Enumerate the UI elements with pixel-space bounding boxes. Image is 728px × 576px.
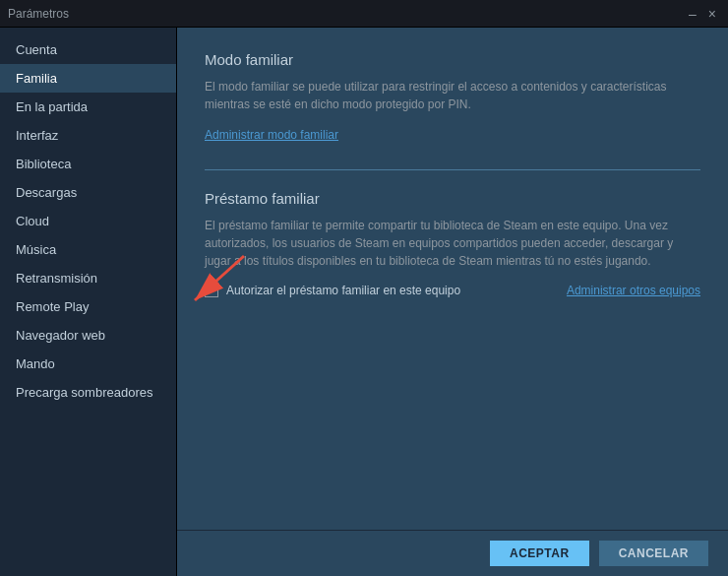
sidebar: Cuenta Familia En la partida Interfaz Bi… bbox=[0, 28, 177, 576]
sidebar-item-familia[interactable]: Familia bbox=[0, 64, 176, 93]
bottom-bar: ACEPTAR CANCELAR bbox=[177, 530, 728, 576]
section1-title: Modo familiar bbox=[205, 51, 700, 68]
title-bar: Parámetros – × bbox=[0, 0, 728, 28]
sidebar-item-mando[interactable]: Mando bbox=[0, 350, 176, 378]
sidebar-item-interfaz[interactable]: Interfaz bbox=[0, 121, 176, 150]
sidebar-item-musica[interactable]: Música bbox=[0, 235, 176, 264]
sidebar-item-en-la-partida[interactable]: En la partida bbox=[0, 93, 176, 121]
sidebar-item-retransmision[interactable]: Retransmisión bbox=[0, 264, 176, 292]
section2-title: Préstamo familiar bbox=[205, 190, 700, 207]
window-controls: – × bbox=[685, 7, 720, 21]
family-loan-row: Autorizar el préstamo familiar en este e… bbox=[205, 284, 700, 297]
content-area: Modo familiar El modo familiar se puede … bbox=[177, 28, 728, 576]
manage-familiar-mode-link[interactable]: Administrar modo familiar bbox=[205, 128, 338, 142]
sidebar-item-biblioteca[interactable]: Biblioteca bbox=[0, 150, 176, 178]
section1-description: El modo familiar se puede utilizar para … bbox=[205, 78, 700, 113]
sidebar-item-navegador-web[interactable]: Navegador web bbox=[0, 321, 176, 350]
section2-description: El préstamo familiar te permite comparti… bbox=[205, 217, 700, 270]
sidebar-item-cloud[interactable]: Cloud bbox=[0, 207, 176, 235]
minimize-button[interactable]: – bbox=[685, 7, 700, 21]
main-container: Cuenta Familia En la partida Interfaz Bi… bbox=[0, 28, 728, 576]
sidebar-item-descargas[interactable]: Descargas bbox=[0, 178, 176, 207]
manage-other-devices-link[interactable]: Administrar otros equipos bbox=[567, 284, 700, 297]
accept-button[interactable]: ACEPTAR bbox=[490, 541, 589, 566]
window-title: Parámetros bbox=[8, 7, 69, 21]
sidebar-item-precarga-sombreadores[interactable]: Precarga sombreadores bbox=[0, 378, 176, 407]
close-button[interactable]: × bbox=[704, 7, 720, 21]
family-loan-checkbox[interactable] bbox=[205, 284, 218, 297]
section-divider bbox=[205, 169, 700, 170]
cancel-button[interactable]: CANCELAR bbox=[599, 541, 708, 566]
family-loan-checkbox-label: Autorizar el préstamo familiar en este e… bbox=[226, 284, 460, 297]
sidebar-item-remote-play[interactable]: Remote Play bbox=[0, 292, 176, 321]
family-loan-checkbox-container: Autorizar el préstamo familiar en este e… bbox=[205, 284, 460, 297]
sidebar-item-cuenta[interactable]: Cuenta bbox=[0, 35, 176, 64]
